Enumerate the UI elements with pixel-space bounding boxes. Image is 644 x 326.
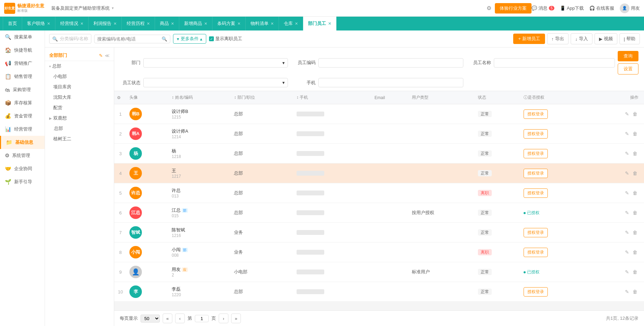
nav-item-goods[interactable]: 商品 ✕: [155, 17, 179, 30]
set-adv-button[interactable]: 设置: [618, 63, 638, 74]
edit-icon[interactable]: ✎: [625, 210, 629, 215]
edit-icon[interactable]: ✎: [625, 170, 629, 176]
auth-button[interactable]: 授权登录: [524, 109, 548, 119]
add-employee-button[interactable]: + 新增员工: [513, 34, 545, 44]
col-settings[interactable]: ⚙: [114, 91, 127, 104]
employee-search-input[interactable]: [97, 36, 160, 42]
more-conditions-btn[interactable]: ▾ 更多条件 ▴: [173, 34, 206, 44]
nav-item-material[interactable]: 物料清单 ✕: [246, 17, 279, 30]
sidebar-item-collab[interactable]: 🤝 企业协同: [0, 162, 45, 175]
auth-button[interactable]: 授权登录: [524, 228, 548, 237]
edit-icon[interactable]: ✎: [625, 151, 629, 156]
nav-item-customer[interactable]: 客户联络 ✕: [22, 17, 55, 30]
sidebar-item-search[interactable]: 🔍 搜索菜单: [0, 30, 45, 44]
tree-item-shenyang[interactable]: 沈阳大库: [45, 92, 114, 103]
sidebar-item-basic[interactable]: 📁 基础信息: [0, 136, 45, 149]
delete-icon[interactable]: 🗑: [633, 210, 637, 215]
message-item[interactable]: 💬 消息 5: [532, 5, 554, 11]
prev-page-btn[interactable]: ‹: [175, 314, 185, 323]
search-adv-button[interactable]: 查询: [618, 51, 638, 61]
dept-edit-icon[interactable]: ✎: [99, 53, 103, 58]
dept-collapse-icon[interactable]: ≪: [105, 53, 110, 58]
empname-filter-input[interactable]: [494, 58, 615, 68]
delete-icon[interactable]: 🗑: [633, 170, 637, 176]
dept-filter-select[interactable]: ▾: [143, 58, 288, 68]
col-phone[interactable]: ↕ 手机: [294, 91, 372, 104]
online-service-item[interactable]: 🎧 在线客服: [589, 5, 614, 11]
nav-item-history[interactable]: 经营历程 ✕: [122, 17, 155, 30]
edit-icon[interactable]: ✎: [625, 230, 629, 235]
nav-item-operation[interactable]: 经营情况 ✕: [55, 17, 89, 30]
nav-item-barcode[interactable]: 条码方案 ✕: [212, 17, 246, 30]
page-input[interactable]: [195, 315, 209, 322]
dept-search-input[interactable]: 🔍 分类编码/名称: [49, 34, 91, 44]
col-dept[interactable]: ↕ 部门/职位: [231, 91, 293, 104]
delete-icon[interactable]: 🗑: [633, 131, 637, 136]
sidebar-item-quicknav[interactable]: 🏠 快捷导航: [0, 44, 45, 57]
settings-icon[interactable]: ⚙: [117, 95, 121, 100]
delete-icon[interactable]: 🗑: [633, 151, 637, 156]
sidebar-item-sales[interactable]: 📋 销售管理: [0, 70, 45, 83]
nav-close-profit[interactable]: ✕: [114, 21, 117, 26]
edit-icon[interactable]: ✎: [625, 289, 629, 294]
nav-close-new-goods[interactable]: ✕: [204, 21, 207, 26]
nav-close-operation[interactable]: ✕: [80, 21, 83, 26]
sidebar-item-manage[interactable]: 📊 经营管理: [0, 123, 45, 136]
trial-button[interactable]: 体验行业方案: [495, 3, 532, 14]
empstatus-filter-select[interactable]: ▾: [143, 78, 288, 87]
tree-item-shuangluxiang[interactable]: ▶ 双鹿想: [45, 113, 114, 123]
delete-icon[interactable]: 🗑: [633, 289, 637, 294]
sidebar-item-marketing[interactable]: 📢 营销推广: [0, 57, 45, 70]
sidebar-item-inventory[interactable]: 📦 库存核算: [0, 96, 45, 109]
import-button[interactable]: ↓ 导入: [571, 33, 592, 44]
sys-title-arrow[interactable]: ▾: [112, 6, 114, 10]
sidebar-item-system[interactable]: ⚙ 系统管理: [0, 149, 45, 162]
app-download-item[interactable]: 📱 App下载: [560, 5, 584, 11]
nav-close-customer[interactable]: ✕: [47, 21, 50, 26]
auth-button[interactable]: 授权登录: [524, 188, 548, 198]
nav-close-history[interactable]: ✕: [147, 21, 150, 26]
delete-icon[interactable]: 🗑: [633, 111, 637, 117]
edit-icon[interactable]: ✎: [625, 249, 629, 255]
nav-close-employees[interactable]: ✕: [328, 21, 331, 26]
edit-icon[interactable]: ✎: [625, 190, 629, 196]
gear-icon[interactable]: ⚙: [487, 5, 491, 11]
nav-close-material[interactable]: ✕: [271, 21, 274, 26]
nav-item-profit[interactable]: 利润报告 ✕: [89, 17, 122, 30]
tree-item-project-store[interactable]: 项目库房: [45, 82, 114, 92]
next-page-btn[interactable]: ›: [219, 314, 228, 323]
nav-close-goods[interactable]: ✕: [171, 21, 174, 26]
sidebar-item-purchase[interactable]: 🛍 采购管理: [0, 83, 45, 96]
employee-search-bar[interactable]: 🔍: [94, 35, 170, 43]
auth-button[interactable]: 授权登录: [524, 149, 548, 158]
tree-item-zongbu2[interactable]: 总部: [45, 123, 114, 134]
delete-icon[interactable]: 🗑: [633, 269, 637, 275]
nav-item-warehouse[interactable]: 仓库 ✕: [279, 17, 303, 30]
nav-close-barcode[interactable]: ✕: [237, 21, 241, 26]
first-page-btn[interactable]: «: [163, 314, 172, 323]
col-name[interactable]: ↕ 姓名/编码: [169, 91, 231, 104]
delete-icon[interactable]: 🗑: [633, 230, 637, 235]
edit-icon[interactable]: ✎: [625, 131, 629, 136]
edit-icon[interactable]: ✎: [625, 269, 629, 275]
nav-item-home[interactable]: 首页: [3, 17, 22, 30]
tree-item-peihuo[interactable]: 配货: [45, 103, 114, 113]
auth-button[interactable]: 授权登录: [524, 287, 548, 297]
per-page-select[interactable]: 50 20 100: [140, 315, 160, 323]
tree-item-zhishu-wang[interactable]: 植树王二: [45, 134, 114, 144]
nav-close-warehouse[interactable]: ✕: [295, 21, 298, 26]
show-resigned-toggle[interactable]: ✓ 显示离职员工: [209, 36, 242, 42]
edit-icon[interactable]: ✎: [625, 111, 629, 117]
help-button[interactable]: | 帮助: [619, 33, 640, 44]
empcode-filter-input[interactable]: [318, 58, 463, 68]
nav-item-new-goods[interactable]: 新增商品 ✕: [179, 17, 212, 30]
last-page-btn[interactable]: »: [231, 314, 241, 323]
export-button[interactable]: ↑ 导出: [547, 33, 569, 44]
phone-filter-input[interactable]: [318, 78, 463, 87]
view-button[interactable]: ▶ 视频: [595, 33, 617, 44]
sidebar-item-finance[interactable]: 💰 资金管理: [0, 109, 45, 123]
user-item[interactable]: 👤 用友: [620, 3, 640, 13]
auth-button[interactable]: 授权登录: [524, 248, 548, 257]
tree-item-xiao-dian[interactable]: 小电部: [45, 71, 114, 82]
nav-item-employees[interactable]: 部门员工 ✕: [303, 17, 336, 30]
